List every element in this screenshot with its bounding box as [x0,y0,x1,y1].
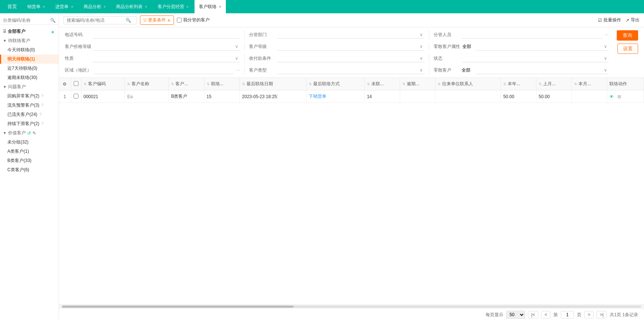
cell-checkbox[interactable] [71,90,81,103]
cell-action: 👁 ⊞ [607,90,644,103]
person-more-icon[interactable]: ··· [605,32,609,37]
nav-customer-contact[interactable]: 客户联络 × [195,0,225,13]
nature-label: 性质 [65,55,91,62]
close-analysis-table-icon[interactable]: × [145,4,147,9]
nav-sales[interactable]: 销货单 × [23,0,49,13]
divider-2 [429,30,429,39]
horizontal-scrollbar[interactable] [62,306,641,308]
sidebar-item-week7[interactable]: 近7天待联络(0) [0,64,59,73]
sidebar-item-today[interactable]: 今天待联络(0) [0,45,59,55]
th-code[interactable]: ⇅客户编码 [81,78,125,90]
nav-customer-mgmt[interactable]: 客户分层经营 × [153,0,193,13]
cell-last-contact-method[interactable]: 下销货单 [306,90,364,103]
search-icon[interactable]: 🔍 [126,18,131,23]
query-button[interactable]: 查询 [617,30,638,41]
divider-3 [244,42,245,51]
sidebar-item-a-class[interactable]: A类客户(1) [0,147,59,156]
more-filter-button[interactable]: ▽ 更多条件 ∧ [140,15,174,25]
nature-select[interactable] [93,55,240,62]
retail-customer-select-wrap: ∨ [476,66,609,74]
export-icon: ↗ [626,18,629,23]
last-contact-method-link[interactable]: 下销货单 [309,94,326,99]
prev-page-button[interactable]: < [541,311,550,318]
sidebar-search-icon[interactable]: 🔍 [50,18,56,23]
th-name[interactable]: ⇅客户名称 [125,78,169,90]
customer-type-select[interactable] [277,66,424,74]
payment-select-wrap: ∨ [277,55,424,62]
row-checkbox[interactable] [74,94,78,99]
nav-purchase[interactable]: 进货单 × [51,0,77,13]
region-input[interactable] [94,66,234,74]
close-sales-icon[interactable]: × [43,4,45,9]
th-settings[interactable]: ⚙ [59,78,71,90]
customer-value-select[interactable] [94,43,240,50]
nav-home[interactable]: 首页 [3,0,21,13]
first-page-button[interactable]: |< [528,311,538,318]
retail-attr-select[interactable] [476,43,609,50]
all-customers-title[interactable]: ⠿ 全部客户 « [0,27,59,36]
sidebar-item-lost-pending[interactable]: 流失预警客户(3) ? [0,101,59,110]
sidebar-item-downtrend[interactable]: 持续下滑客户(2) ? [0,119,59,128]
sidebar-item-c-class[interactable]: C类客户(6) [0,165,59,175]
th-last-contact-method[interactable]: ⇅最后联络方式 [306,78,364,90]
close-purchase-icon[interactable]: × [71,4,73,9]
search-input[interactable] [67,18,126,23]
th-last-contact-date[interactable]: ⇅最后联络日期 [239,78,306,90]
sidebar-item-repurchase[interactable]: 回购异常客户(2) ? [0,92,59,101]
next-page-button[interactable]: > [584,311,594,318]
th-type[interactable]: ⇅客户... [169,78,204,90]
problem-group-label: ▼ 问题客户 [0,82,59,92]
region-more-icon[interactable]: ··· [236,68,240,73]
sidebar-search-input[interactable] [3,18,50,23]
batch-op-button[interactable]: ☑ 批量操作 [598,17,621,23]
retail-customer-select[interactable] [476,66,609,74]
page-input[interactable]: 1 [561,311,574,318]
dept-select[interactable] [277,31,424,38]
th-past-contacts[interactable]: ⇅往来单位联系人 [435,78,501,90]
settings-icon[interactable]: ⚙ [63,82,67,87]
action-eye-icon[interactable]: 👁 [609,94,614,99]
sidebar-item-ungrouped[interactable]: 未分组(32) [0,138,59,147]
sidebar-item-lost[interactable]: 已流失客户(24) ? [0,110,59,119]
table-wrap: ⚙ ⇅客户编码 ⇅客户名称 ⇅客户... [59,78,644,304]
th-contact[interactable]: ⇅联络... [204,78,239,90]
nav-analysis[interactable]: 商品分析 × [79,0,110,13]
payment-label: 收付款条件 [249,55,275,62]
th-overdue[interactable]: ⇅逾期... [400,78,435,90]
select-all-checkbox[interactable] [74,81,78,86]
collapse-icon[interactable]: « [50,29,56,35]
my-customers-checkbox-label[interactable]: 我分管的客户 [177,17,210,23]
dept-select-wrap: ∨ [277,31,424,39]
customer-table: ⚙ ⇅客户编码 ⇅客户名称 ⇅客户... [59,78,644,103]
sidebar-item-overdue[interactable]: 逾期未联络(30) [0,73,59,82]
sort-icon-9: ⇅ [438,82,441,86]
th-this-month[interactable]: ⇅本月... [572,78,607,90]
cell-past-contacts [435,90,501,103]
customer-level-select[interactable] [277,43,424,50]
th-last-month[interactable]: ⇅上月... [536,78,572,90]
close-customer-mgmt-icon[interactable]: × [186,4,189,9]
sort-icon-10: ⇅ [503,82,506,86]
sidebar-item-b-class[interactable]: B类客户(33) [0,156,59,165]
my-customers-checkbox[interactable] [177,18,182,23]
set-button[interactable]: 设置 [617,44,638,54]
customer-value-select-wrap: ∨ [94,43,240,51]
phone-input[interactable] [93,31,240,39]
filter-row-1: 电话号码 分管部门 ∨ 分管人员 [65,30,609,39]
nav-analysis-table[interactable]: 商品分析列表 × [112,0,151,13]
close-customer-contact-icon[interactable]: × [219,4,221,9]
export-button[interactable]: ↗ 导出 [626,17,640,23]
th-checkbox[interactable] [71,78,81,90]
payment-select[interactable] [277,55,424,62]
page-size-select[interactable]: 50 100 [506,311,525,319]
filter-row-4: 区域（地区） ··· 客户类型 ∨ [65,66,609,75]
status-select[interactable] [462,55,609,62]
close-analysis-icon[interactable]: × [104,4,106,9]
action-grid-icon[interactable]: ⊞ [617,94,621,99]
th-uncontacted[interactable]: ⇅未联... [364,78,400,90]
last-page-button[interactable]: >| [596,311,607,318]
filter-person: 分管人员 ··· [434,31,609,39]
sidebar-item-tomorrow[interactable]: 明天待联络(1) [0,55,59,64]
th-year-amount[interactable]: ⇅本年... [501,78,536,90]
person-input[interactable] [462,31,603,39]
